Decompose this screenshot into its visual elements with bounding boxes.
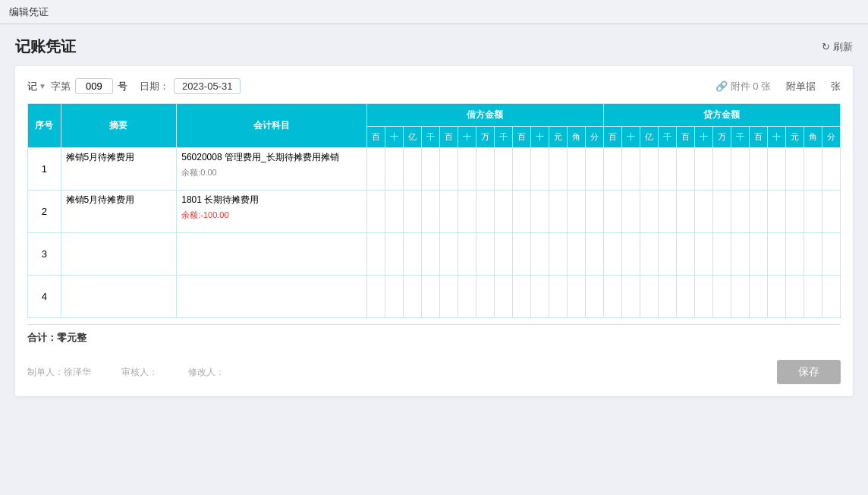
- credit-digit-cell[interactable]: [694, 233, 712, 276]
- credit-digit-cell[interactable]: [640, 233, 658, 276]
- summary-cell[interactable]: 摊销5月待摊费用: [61, 191, 177, 233]
- debit-digit-cell[interactable]: [385, 233, 403, 276]
- table-row[interactable]: 2摊销5月待摊费用1801 长期待摊费用余额:-100.00: [28, 191, 841, 233]
- credit-digit-cell[interactable]: [658, 233, 676, 276]
- debit-digit-cell[interactable]: [567, 233, 585, 276]
- debit-digit-cell[interactable]: [403, 233, 421, 276]
- credit-digit-cell[interactable]: [785, 148, 804, 191]
- debit-digit-cell[interactable]: [494, 233, 512, 276]
- credit-digit-cell[interactable]: [676, 276, 694, 318]
- credit-digit-cell[interactable]: [640, 276, 658, 318]
- debit-digit-cell[interactable]: [366, 233, 385, 276]
- debit-digit-cell[interactable]: [585, 233, 603, 276]
- credit-digit-cell[interactable]: [621, 276, 640, 318]
- summary-cell[interactable]: [61, 276, 177, 318]
- debit-digit-cell[interactable]: [476, 233, 494, 276]
- debit-digit-cell[interactable]: [476, 276, 494, 318]
- debit-digit-cell[interactable]: [385, 276, 403, 318]
- credit-digit-cell[interactable]: [804, 233, 822, 276]
- credit-digit-cell[interactable]: [767, 191, 785, 233]
- debit-digit-cell[interactable]: [458, 276, 476, 318]
- debit-digit-cell[interactable]: [530, 191, 549, 233]
- debit-digit-cell[interactable]: [403, 191, 421, 233]
- credit-digit-cell[interactable]: [804, 191, 822, 233]
- debit-digit-cell[interactable]: [385, 148, 403, 191]
- credit-digit-cell[interactable]: [785, 233, 804, 276]
- credit-digit-cell[interactable]: [767, 148, 785, 191]
- credit-digit-cell[interactable]: [603, 191, 621, 233]
- debit-digit-cell[interactable]: [530, 276, 549, 318]
- debit-digit-cell[interactable]: [567, 191, 585, 233]
- table-row[interactable]: 4: [28, 276, 841, 318]
- credit-digit-cell[interactable]: [785, 276, 804, 318]
- single-doc-button[interactable]: 附单据: [786, 80, 816, 93]
- debit-digit-cell[interactable]: [439, 148, 458, 191]
- credit-digit-cell[interactable]: [658, 148, 676, 191]
- debit-digit-cell[interactable]: [494, 276, 512, 318]
- credit-digit-cell[interactable]: [749, 191, 767, 233]
- debit-digit-cell[interactable]: [567, 148, 585, 191]
- debit-digit-cell[interactable]: [421, 191, 439, 233]
- credit-digit-cell[interactable]: [749, 148, 767, 191]
- account-cell[interactable]: 1801 长期待摊费用余额:-100.00: [177, 191, 367, 233]
- debit-digit-cell[interactable]: [439, 191, 458, 233]
- summary-cell[interactable]: [61, 233, 177, 276]
- credit-digit-cell[interactable]: [712, 233, 731, 276]
- debit-digit-cell[interactable]: [458, 191, 476, 233]
- debit-digit-cell[interactable]: [421, 233, 439, 276]
- credit-digit-cell[interactable]: [731, 191, 749, 233]
- debit-digit-cell[interactable]: [512, 276, 530, 318]
- voucher-number-box[interactable]: 009: [75, 78, 113, 94]
- debit-digit-cell[interactable]: [421, 148, 439, 191]
- credit-digit-cell[interactable]: [603, 233, 621, 276]
- debit-digit-cell[interactable]: [512, 233, 530, 276]
- credit-digit-cell[interactable]: [804, 276, 822, 318]
- credit-digit-cell[interactable]: [658, 276, 676, 318]
- debit-digit-cell[interactable]: [585, 148, 603, 191]
- debit-digit-cell[interactable]: [494, 148, 512, 191]
- credit-digit-cell[interactable]: [731, 148, 749, 191]
- debit-digit-cell[interactable]: [439, 233, 458, 276]
- debit-digit-cell[interactable]: [421, 276, 439, 318]
- debit-digit-cell[interactable]: [549, 276, 567, 318]
- save-button[interactable]: 保存: [777, 360, 841, 384]
- account-cell[interactable]: 56020008 管理费用_长期待摊费用摊销余额:0.00: [177, 148, 367, 191]
- debit-digit-cell[interactable]: [567, 276, 585, 318]
- credit-digit-cell[interactable]: [676, 233, 694, 276]
- debit-digit-cell[interactable]: [366, 148, 385, 191]
- credit-digit-cell[interactable]: [603, 148, 621, 191]
- debit-digit-cell[interactable]: [530, 148, 549, 191]
- credit-digit-cell[interactable]: [640, 148, 658, 191]
- debit-digit-cell[interactable]: [458, 148, 476, 191]
- credit-digit-cell[interactable]: [621, 148, 640, 191]
- debit-digit-cell[interactable]: [403, 276, 421, 318]
- credit-digit-cell[interactable]: [694, 148, 712, 191]
- voucher-type-select[interactable]: 记 ▼: [27, 80, 46, 93]
- credit-digit-cell[interactable]: [712, 191, 731, 233]
- table-row[interactable]: 1摊销5月待摊费用56020008 管理费用_长期待摊费用摊销余额:0.00: [28, 148, 841, 191]
- credit-digit-cell[interactable]: [767, 276, 785, 318]
- credit-digit-cell[interactable]: [694, 191, 712, 233]
- credit-digit-cell[interactable]: [621, 233, 640, 276]
- summary-cell[interactable]: 摊销5月待摊费用: [61, 148, 177, 191]
- credit-digit-cell[interactable]: [712, 276, 731, 318]
- debit-digit-cell[interactable]: [494, 191, 512, 233]
- debit-digit-cell[interactable]: [549, 148, 567, 191]
- credit-digit-cell[interactable]: [822, 148, 840, 191]
- debit-digit-cell[interactable]: [458, 233, 476, 276]
- debit-digit-cell[interactable]: [512, 191, 530, 233]
- credit-digit-cell[interactable]: [822, 233, 840, 276]
- credit-digit-cell[interactable]: [712, 148, 731, 191]
- credit-digit-cell[interactable]: [804, 148, 822, 191]
- debit-digit-cell[interactable]: [366, 276, 385, 318]
- debit-digit-cell[interactable]: [439, 276, 458, 318]
- date-input[interactable]: 2023-05-31: [174, 78, 241, 94]
- debit-digit-cell[interactable]: [476, 191, 494, 233]
- credit-digit-cell[interactable]: [676, 191, 694, 233]
- refresh-button[interactable]: ↻ 刷新: [822, 40, 853, 54]
- debit-digit-cell[interactable]: [549, 191, 567, 233]
- credit-digit-cell[interactable]: [749, 233, 767, 276]
- credit-digit-cell[interactable]: [767, 233, 785, 276]
- credit-digit-cell[interactable]: [731, 233, 749, 276]
- credit-digit-cell[interactable]: [749, 276, 767, 318]
